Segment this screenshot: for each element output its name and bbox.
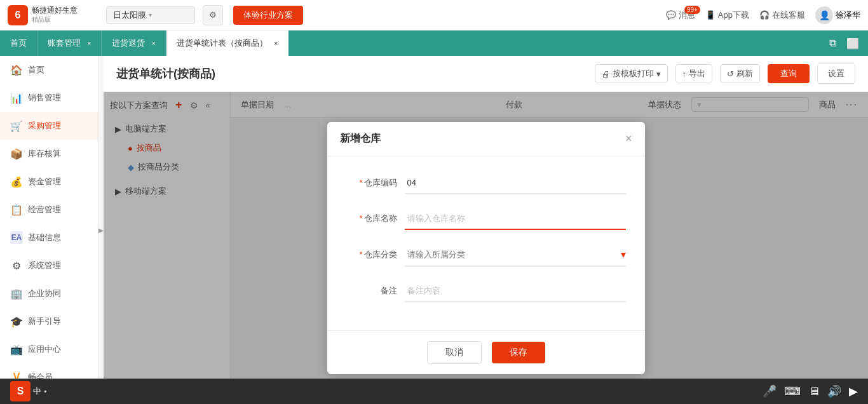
print-button[interactable]: 🖨 按模板打印 ▾ (595, 64, 668, 83)
keyboard-icon[interactable]: ⌨ (784, 384, 801, 398)
dot-icon: • (44, 387, 47, 396)
warehouse-name-input[interactable] (405, 207, 626, 230)
query-button[interactable]: 查询 (768, 64, 810, 83)
sidebar-item-purchase[interactable]: 🛒 采购管理 (0, 112, 98, 140)
name-label: *仓库名称 (346, 213, 397, 224)
sidebar-item-operations[interactable]: 📋 经营管理 (0, 196, 98, 224)
tab-account-management[interactable]: 账套管理 × (37, 30, 102, 56)
sidebar-item-sales[interactable]: 📊 销售管理 (0, 84, 98, 112)
sidebar-item-enterprise-label: 企业协同 (28, 288, 88, 299)
main-layout: 🏠 首页 📊 销售管理 🛒 采购管理 📦 库存核算 💰 资金管理 📋 经营管理 … (0, 56, 868, 404)
tab-purchase-stats[interactable]: 进货单统计表（按商品） × (166, 30, 288, 56)
app-download-button[interactable]: 📱 App下载 (705, 10, 749, 21)
tab-purchase-stats-close[interactable]: × (274, 39, 278, 47)
modal-footer: 取消 保存 (327, 330, 645, 374)
system-icon: ⚙ (10, 259, 23, 272)
refresh-button[interactable]: ↺ 刷新 (720, 64, 760, 83)
tab-account-management-close[interactable]: × (87, 39, 91, 47)
code-label: *仓库编码 (346, 177, 397, 189)
message-icon: 💬 (666, 10, 676, 20)
volume-icon[interactable]: 🔊 (827, 384, 841, 398)
sidebar-item-sales-label: 销售管理 (28, 92, 88, 104)
content-body: 按以下方案查询 + ⚙ « ▶ 电脑端方案 ● 按商品 ◆ 按商品 (104, 92, 868, 404)
tab-bar-buttons: ⧉ ⬜ (825, 35, 868, 52)
sidebar-item-purchase-label: 采购管理 (28, 120, 88, 131)
sales-icon: 📊 (10, 91, 23, 104)
enterprise-icon: 🏢 (10, 287, 23, 300)
sidebar-item-enterprise[interactable]: 🏢 企业协同 (0, 279, 98, 307)
modal-overlay: 新增仓库 × *仓库编码 (104, 92, 868, 404)
warehouse-code-input[interactable] (405, 172, 626, 194)
logo-icon: 6 (8, 5, 28, 25)
sidebar-item-apps[interactable]: 📺 应用中心 (0, 335, 98, 363)
tab-home[interactable]: 首页 (0, 30, 37, 56)
modal-title: 新增仓库 (340, 132, 381, 145)
set-button[interactable]: 设置 (817, 64, 855, 84)
sidebar-item-inventory-label: 库存核算 (28, 148, 88, 159)
online-service-button[interactable]: 🎧 在线客服 (759, 10, 805, 21)
warehouse-remark-input[interactable] (405, 279, 626, 302)
purchase-icon: 🛒 (10, 119, 23, 132)
modal-body: *仓库编码 *仓库名称 (327, 156, 645, 330)
message-badge: 99+ (684, 6, 700, 14)
tab-restore-button[interactable]: ⧉ (825, 35, 840, 51)
tab-account-management-label: 账套管理 (48, 37, 81, 49)
collapse-icon: ▶ (98, 227, 104, 234)
tab-expand-button[interactable]: ⬜ (843, 35, 863, 52)
tab-purchase-return-close[interactable]: × (151, 39, 155, 47)
sidebar-item-inventory[interactable]: 📦 库存核算 (0, 140, 98, 168)
save-button[interactable]: 保存 (492, 342, 545, 363)
warehouse-category-input[interactable] (405, 243, 621, 266)
headset-icon: 🎧 (759, 10, 770, 20)
tab-bar: 首页 账套管理 × 进货退货 × 进货单统计表（按商品） × ⧉ ⬜ (0, 30, 868, 56)
content-area: 进货单统计(按商品) 🖨 按模板打印 ▾ ↑ 导出 ↺ 刷新 查询 设置 (104, 56, 868, 404)
category-label: *仓库分类 (346, 249, 397, 260)
cancel-button[interactable]: 取消 (427, 341, 482, 364)
store-selector[interactable]: 日太阳膜 ▾ (106, 6, 195, 24)
export-icon: ↑ (682, 69, 687, 79)
top-bar-actions: ⚙ 体验行业方案 (203, 5, 303, 25)
mic-icon[interactable]: 🎤 (763, 384, 776, 398)
store-dropdown-arrow: ▾ (149, 11, 152, 18)
form-row-remark: 备注 (346, 279, 626, 302)
sidebar-item-finance[interactable]: 💰 资金管理 (0, 168, 98, 196)
play-icon[interactable]: ▶ (849, 384, 858, 398)
monitor-icon[interactable]: 🖥 (808, 385, 820, 398)
form-row-category: *仓库分类 ▾ (346, 243, 626, 267)
tab-purchase-stats-label: 进货单统计表（按商品） (177, 37, 268, 49)
sidebar-item-finance-label: 资金管理 (28, 176, 88, 187)
print-label: 按模板打印 (613, 68, 654, 79)
sidebar-item-guide[interactable]: 🎓 新手引导 (0, 307, 98, 335)
language-indicator: 中 (33, 386, 41, 397)
experience-button[interactable]: 体验行业方案 (233, 6, 303, 25)
logo-sub: 精品版 (32, 15, 78, 24)
form-row-code: *仓库编码 (346, 172, 626, 194)
export-button[interactable]: ↑ 导出 (675, 64, 713, 83)
tab-purchase-return[interactable]: 进货退货 × (102, 30, 166, 56)
bottom-logo: S 中 • (10, 381, 47, 401)
modal-close-button[interactable]: × (625, 132, 632, 145)
sidebar-item-system[interactable]: ⚙ 系统管理 (0, 252, 98, 279)
user-menu[interactable]: 👤 徐泽华 (815, 6, 860, 24)
top-bar: 6 畅捷通好生意 精品版 日太阳膜 ▾ ⚙ 体验行业方案 💬 消息 99+ 📱 … (0, 0, 868, 30)
settings-button[interactable]: ⚙ (203, 5, 223, 25)
s-logo: S (10, 381, 31, 401)
sidebar-item-basic-info[interactable]: EA 基础信息 (0, 224, 98, 252)
category-dropdown-arrow[interactable]: ▾ (621, 248, 626, 260)
messages-button[interactable]: 💬 消息 99+ (666, 10, 695, 21)
sidebar-collapse-button[interactable]: ▶ (98, 56, 104, 404)
sidebar-item-home-label: 首页 (28, 64, 88, 76)
store-name: 日太阳膜 (113, 10, 146, 21)
logo-area: 6 畅捷通好生意 精品版 (8, 5, 106, 25)
required-star-category: * (359, 250, 362, 259)
page-header: 进货单统计(按商品) 🖨 按模板打印 ▾ ↑ 导出 ↺ 刷新 查询 设置 (104, 56, 868, 92)
basic-info-icon: EA (10, 231, 23, 244)
mobile-icon: 📱 (705, 10, 715, 20)
sidebar-item-home[interactable]: 🏠 首页 (0, 56, 98, 84)
tab-purchase-return-label: 进货退货 (112, 37, 145, 49)
add-warehouse-modal: 新增仓库 × *仓库编码 (327, 122, 645, 374)
bottom-bar: S 中 • 🎤 ⌨ 🖥 🔊 ▶ (0, 379, 868, 404)
page-title: 进货单统计(按商品) (116, 66, 215, 81)
page-header-actions: 🖨 按模板打印 ▾ ↑ 导出 ↺ 刷新 查询 设置 (595, 64, 856, 84)
operations-icon: 📋 (10, 203, 23, 216)
